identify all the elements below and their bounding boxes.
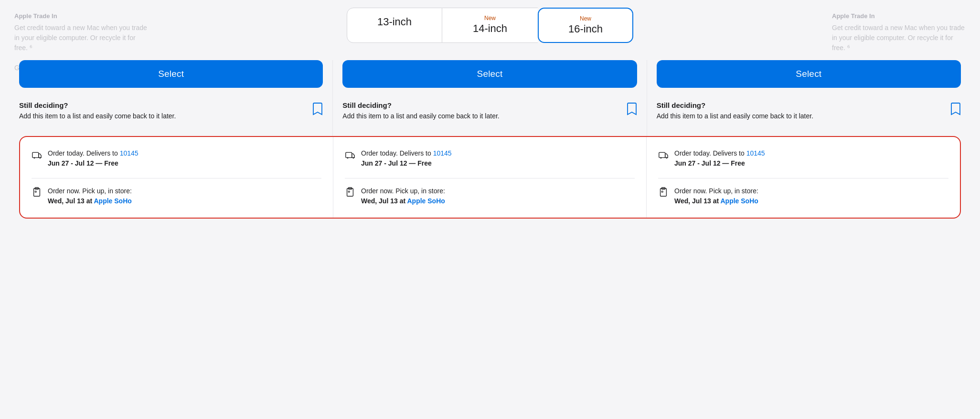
pickup-icon-3	[658, 187, 669, 199]
tab-14-new-badge: New	[471, 15, 509, 21]
delivery-divider-2	[345, 178, 635, 178]
product-col-3: Select Still deciding? Add this item to …	[647, 60, 961, 136]
delivery-ship-text-3: Order today. Delivers to 10145 Jun 27 - …	[674, 148, 765, 168]
delivery-pickup-text-2: Order now. Pick up, in store: Wed, Jul 1…	[361, 186, 445, 206]
ship-date-3: Jun 27 - Jul 12 — Free	[674, 158, 765, 168]
delivery-pickup-text-3: Order now. Pick up, in store: Wed, Jul 1…	[674, 186, 758, 206]
svg-rect-0	[32, 153, 39, 158]
svg-rect-3	[34, 189, 40, 197]
still-deciding-1: Still deciding? Add this item to a list …	[19, 101, 323, 121]
delivery-col-3: Order today. Delivers to 10145 Jun 27 - …	[647, 137, 960, 218]
page-wrapper: Apple Trade In Get credit toward a new M…	[0, 0, 980, 419]
ship-zip-2[interactable]: 10145	[433, 149, 452, 157]
delivery-pickup-3: Order now. Pick up, in store: Wed, Jul 1…	[658, 186, 948, 206]
delivery-ship-2: Order today. Delivers to 10145 Jun 27 - …	[345, 148, 635, 168]
pickup-icon-2	[345, 187, 355, 199]
bookmark-icon-2[interactable]	[627, 102, 637, 117]
delivery-ship-3: Order today. Delivers to 10145 Jun 27 - …	[658, 148, 948, 168]
select-button-2[interactable]: Select	[342, 60, 637, 88]
pickup-store-1[interactable]: Apple SoHo	[94, 197, 131, 205]
svg-rect-15	[660, 189, 667, 197]
select-button-3[interactable]: Select	[657, 60, 961, 88]
ship-intro-2: Order today. Delivers to	[361, 149, 433, 157]
ship-date-2: Jun 27 - Jul 12 — Free	[361, 158, 452, 168]
svg-point-2	[40, 157, 41, 159]
ship-zip-1[interactable]: 10145	[120, 149, 138, 157]
still-deciding-2: Still deciding? Add this item to a list …	[342, 101, 637, 121]
delivery-ship-text-1: Order today. Delivers to 10145 Jun 27 - …	[48, 148, 138, 168]
still-deciding-text-1: Still deciding? Add this item to a list …	[19, 101, 176, 121]
svg-rect-11	[348, 191, 350, 193]
ship-intro-3: Order today. Delivers to	[674, 149, 746, 157]
delivery-pickup-text-1: Order now. Pick up, in store: Wed, Jul 1…	[48, 186, 132, 206]
pickup-intro-1: Order now. Pick up, in store:	[48, 187, 132, 195]
svg-rect-5	[35, 191, 36, 193]
tab-16-label: 16-inch	[568, 23, 603, 35]
pickup-store-3[interactable]: Apple SoHo	[720, 197, 758, 205]
pickup-intro-3: Order now. Pick up, in store:	[674, 187, 758, 195]
delivery-col-2: Order today. Delivers to 10145 Jun 27 - …	[333, 137, 647, 218]
pickup-store-2[interactable]: Apple SoHo	[407, 197, 445, 205]
delivery-columns: Order today. Delivers to 10145 Jun 27 - …	[20, 137, 960, 218]
delivery-ship-text-2: Order today. Delivers to 10145 Jun 27 - …	[361, 148, 452, 168]
still-deciding-text-2: Still deciding? Add this item to a list …	[342, 101, 499, 121]
size-selector: 13-inch New 14-inch New 16-inch	[19, 8, 961, 43]
svg-point-1	[34, 157, 35, 159]
still-deciding-title-3: Still deciding?	[657, 101, 813, 109]
svg-point-8	[353, 157, 354, 159]
delivery-divider-1	[32, 178, 321, 178]
delivery-divider-3	[658, 178, 948, 178]
delivery-pickup-1: Order now. Pick up, in store: Wed, Jul 1…	[32, 186, 321, 206]
shipping-icon-2	[345, 149, 355, 161]
still-deciding-title-1: Still deciding?	[19, 101, 176, 109]
select-button-1[interactable]: Select	[19, 60, 323, 88]
pickup-date-2: Wed, Jul 13 at Apple SoHo	[361, 196, 445, 206]
tab-16-new-badge: New	[567, 15, 604, 22]
svg-rect-9	[347, 189, 353, 197]
ship-intro-1: Order today. Delivers to	[48, 149, 120, 157]
delivery-section: Order today. Delivers to 10145 Jun 27 - …	[19, 136, 961, 219]
still-deciding-title-2: Still deciding?	[342, 101, 499, 109]
main-content: 13-inch New 14-inch New 16-inch Select S…	[0, 0, 980, 238]
svg-point-13	[660, 157, 662, 159]
still-deciding-desc-1: Add this item to a list and easily come …	[19, 111, 176, 121]
size-tab-14[interactable]: New 14-inch	[442, 8, 538, 43]
size-tab-16[interactable]: New 16-inch	[538, 8, 633, 43]
tab-14-label: 14-inch	[473, 22, 507, 34]
product-columns: Select Still deciding? Add this item to …	[19, 60, 961, 136]
still-deciding-3: Still deciding? Add this item to a list …	[657, 101, 961, 121]
pickup-icon-1	[32, 187, 42, 199]
svg-rect-17	[661, 191, 663, 193]
still-deciding-desc-2: Add this item to a list and easily come …	[342, 111, 499, 121]
pickup-date-3: Wed, Jul 13 at Apple SoHo	[674, 196, 758, 206]
svg-rect-12	[659, 153, 665, 158]
still-deciding-text-3: Still deciding? Add this item to a list …	[657, 101, 813, 121]
delivery-ship-1: Order today. Delivers to 10145 Jun 27 - …	[32, 148, 321, 168]
ship-zip-3[interactable]: 10145	[746, 149, 765, 157]
pickup-date-1: Wed, Jul 13 at Apple SoHo	[48, 196, 132, 206]
svg-rect-6	[346, 153, 352, 158]
tab-13-label: 13-inch	[377, 16, 412, 28]
still-deciding-desc-3: Add this item to a list and easily come …	[657, 111, 813, 121]
shipping-icon-1	[32, 149, 42, 161]
product-col-1: Select Still deciding? Add this item to …	[19, 60, 333, 136]
shipping-icon-3	[658, 149, 669, 161]
svg-point-14	[666, 157, 668, 159]
delivery-pickup-2: Order now. Pick up, in store: Wed, Jul 1…	[345, 186, 635, 206]
bookmark-icon-1[interactable]	[312, 102, 323, 117]
ship-date-1: Jun 27 - Jul 12 — Free	[48, 158, 138, 168]
svg-point-7	[347, 157, 349, 159]
delivery-col-1: Order today. Delivers to 10145 Jun 27 - …	[20, 137, 333, 218]
bookmark-icon-3[interactable]	[950, 102, 961, 117]
product-col-2: Select Still deciding? Add this item to …	[333, 60, 647, 136]
pickup-intro-2: Order now. Pick up, in store:	[361, 187, 445, 195]
size-tab-13[interactable]: 13-inch	[347, 8, 442, 43]
